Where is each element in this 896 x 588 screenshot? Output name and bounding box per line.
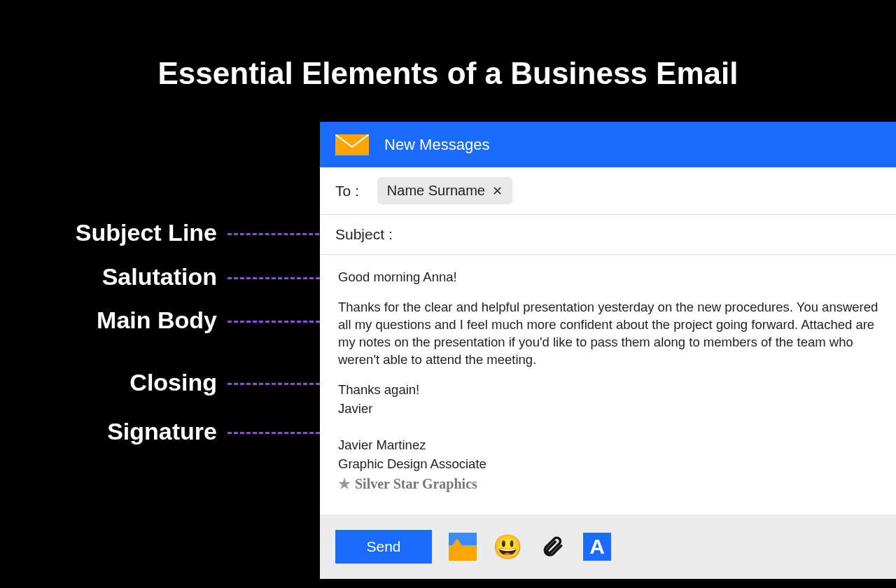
salutation-text: Good morning Anna! [338, 269, 879, 286]
text-format-icon[interactable]: A [583, 533, 611, 561]
label-closing: Closing [130, 369, 217, 396]
insert-image-icon[interactable] [449, 533, 477, 561]
closing-block: Thanks again! Javier [338, 382, 879, 418]
star-icon: ★ [338, 475, 351, 493]
connector-salutation [227, 277, 332, 279]
label-salutation: Salutation [102, 263, 217, 290]
label-subject-line: Subject Line [76, 219, 217, 246]
signature-company-name: Silver Star Graphics [355, 475, 477, 493]
signature-company: ★ Silver Star Graphics [338, 475, 879, 493]
signature-block: Javier Martinez Graphic Design Associate… [338, 437, 879, 493]
remove-recipient-icon[interactable]: ✕ [492, 183, 503, 199]
closing-line-2: Javier [338, 400, 879, 418]
recipient-name: Name Surname [387, 183, 485, 199]
insert-emoji-icon[interactable]: 😃 [493, 533, 522, 561]
closing-line-1: Thanks again! [338, 382, 879, 399]
send-button[interactable]: Send [335, 530, 432, 564]
subject-field[interactable]: Subject : [320, 215, 896, 255]
page-title: Essential Elements of a Business Email [0, 0, 896, 91]
email-header-title: New Messages [384, 136, 489, 154]
to-field-row: To : Name Surname ✕ [320, 167, 896, 215]
signature-name: Javier Martinez [338, 437, 879, 454]
connector-signature [227, 432, 332, 434]
email-compose-window: New Messages To : Name Surname ✕ Subject… [320, 122, 896, 579]
mail-icon [335, 134, 369, 155]
attachment-icon[interactable] [538, 533, 566, 561]
to-label: To : [335, 183, 359, 200]
body-text: Thanks for the clear and helpful present… [338, 299, 879, 369]
recipient-chip[interactable]: Name Surname ✕ [377, 177, 512, 204]
connector-subject [227, 233, 326, 235]
subject-label: Subject : [335, 226, 393, 242]
email-header: New Messages [320, 122, 896, 167]
email-body[interactable]: Good morning Anna! Thanks for the clear … [320, 255, 896, 514]
label-main-body: Main Body [97, 307, 217, 334]
connector-closing [227, 383, 332, 385]
compose-toolbar: Send 😃 A [320, 514, 896, 579]
connector-body [227, 321, 332, 323]
signature-title: Graphic Design Associate [338, 456, 879, 473]
label-signature: Signature [107, 418, 217, 445]
